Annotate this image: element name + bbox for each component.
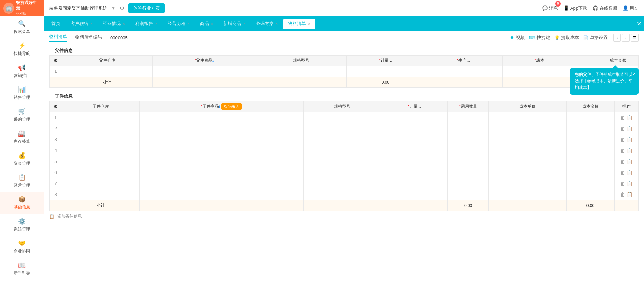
sidebar-item-system[interactable]: ⚙️系统管理 — [0, 214, 44, 236]
prev-page-btn[interactable]: ‹ — [613, 34, 621, 42]
child-amount-cell-6[interactable] — [567, 167, 615, 178]
child-qty-cell-5[interactable] — [448, 156, 489, 167]
child-unit-cost-cell-7[interactable] — [489, 178, 567, 189]
child-unit-cost-cell-4[interactable] — [489, 145, 567, 156]
app-download-item[interactable]: 📱 App下载 — [564, 5, 587, 11]
child-amount-cell-4[interactable] — [567, 145, 615, 156]
copy-icon-5[interactable]: 📋 — [627, 159, 632, 164]
delete-icon-6[interactable]: 🗑 — [620, 170, 625, 175]
sidebar-item-sales[interactable]: 📊销售管理 — [0, 82, 44, 104]
nav-tab-bomlist[interactable]: 物料清单 × — [283, 19, 315, 29]
parent-spec-cell[interactable] — [256, 66, 346, 77]
next-page-btn[interactable]: › — [622, 34, 630, 42]
copy-icon-2[interactable]: 📋 — [627, 126, 632, 131]
copy-icon-6[interactable]: 📋 — [627, 170, 632, 175]
child-settings-col[interactable]: ⚙ — [50, 101, 62, 112]
nav-tab-newgoods[interactable]: 新增商品 × — [219, 19, 250, 29]
child-goods-cell-3[interactable] — [139, 134, 303, 145]
child-goods-cell-6[interactable] — [139, 167, 303, 178]
child-warehouse-cell-5[interactable] — [62, 156, 140, 167]
tab-close-btn[interactable]: × — [123, 22, 125, 26]
sidebar-item-search[interactable]: 🔍搜索菜单 — [0, 16, 44, 38]
child-goods-cell-7[interactable] — [139, 178, 303, 189]
tab-close-btn[interactable]: × — [308, 22, 310, 26]
nav-tab-goods[interactable]: 商品 × — [195, 19, 218, 29]
sub-tab-code[interactable]: 物料清单编码 — [75, 34, 102, 42]
child-unit-cell-6[interactable] — [381, 167, 447, 178]
sidebar-item-operations[interactable]: 📋经营管理 — [0, 170, 44, 192]
delete-icon-7[interactable]: 🗑 — [620, 181, 625, 186]
child-spec-cell-2[interactable] — [303, 123, 381, 134]
child-qty-cell-8[interactable] — [448, 189, 489, 200]
child-qty-cell-2[interactable] — [448, 123, 489, 134]
child-unit-cell-5[interactable] — [381, 156, 447, 167]
child-qty-cell-6[interactable] — [448, 167, 489, 178]
child-spec-cell-7[interactable] — [303, 178, 381, 189]
child-amount-cell-2[interactable] — [567, 123, 615, 134]
menu-btn[interactable]: ☰ — [631, 34, 639, 42]
child-unit-cost-cell-2[interactable] — [489, 123, 567, 134]
child-unit-cost-cell-6[interactable] — [489, 167, 567, 178]
child-unit-cell-3[interactable] — [381, 134, 447, 145]
child-unit-cost-cell-3[interactable] — [489, 134, 567, 145]
child-spec-cell-6[interactable] — [303, 167, 381, 178]
delete-icon-5[interactable]: 🗑 — [620, 159, 625, 164]
sidebar-item-marketing[interactable]: 📢营销推广 — [0, 60, 44, 82]
child-unit-cell-2[interactable] — [381, 123, 447, 134]
child-warehouse-cell-1[interactable] — [62, 112, 140, 123]
close-all-tabs-icon[interactable]: ✕ — [637, 21, 641, 27]
child-amount-cell-5[interactable] — [567, 156, 615, 167]
nav-tab-customer[interactable]: 客户联络 × — [66, 19, 97, 29]
tab-close-btn[interactable]: × — [155, 22, 157, 26]
tab-close-btn[interactable]: × — [243, 22, 245, 26]
child-unit-cost-cell-5[interactable] — [489, 156, 567, 167]
parent-producer-cell[interactable] — [424, 66, 502, 77]
parent-cost-cell[interactable] — [502, 66, 580, 77]
nav-tab-history[interactable]: 经营历程 × — [163, 19, 194, 29]
cost-action[interactable]: 💡 提取成本 — [554, 35, 579, 41]
child-unit-cell-7[interactable] — [381, 178, 447, 189]
parent-unit-cell[interactable] — [347, 66, 424, 77]
message-item[interactable]: 💬 消息 6 — [542, 5, 558, 11]
doc-settings-action[interactable]: 📄 单据设置 — [583, 35, 608, 41]
shortcut-action[interactable]: ⌨ 快捷键 — [529, 35, 550, 41]
delete-icon-1[interactable]: 🗑 — [620, 115, 625, 120]
child-spec-cell-8[interactable] — [303, 189, 381, 200]
delete-icon-3[interactable]: 🗑 — [620, 137, 625, 142]
tab-close-btn[interactable]: × — [276, 22, 278, 26]
child-unit-cell-8[interactable] — [381, 189, 447, 200]
tab-close-btn[interactable]: × — [211, 22, 213, 26]
bottom-note[interactable]: 📋 添加备注信息 — [44, 211, 644, 221]
child-amount-cell-8[interactable] — [567, 189, 615, 200]
sidebar-item-inventory[interactable]: 🏭库存核算 — [0, 126, 44, 148]
parent-goods-cell[interactable] — [153, 66, 256, 77]
view-action[interactable]: 👁 视频 — [510, 35, 525, 41]
child-goods-cell-5[interactable] — [139, 156, 303, 167]
tab-close-btn[interactable]: × — [187, 22, 189, 26]
sidebar-item-purchase[interactable]: 🛒采购管理 — [0, 104, 44, 126]
child-qty-cell-1[interactable] — [448, 112, 489, 123]
child-warehouse-cell-7[interactable] — [62, 178, 140, 189]
child-amount-cell-7[interactable] — [567, 178, 615, 189]
tab-close-btn[interactable]: × — [90, 22, 92, 26]
child-unit-cell-1[interactable] — [381, 112, 447, 123]
child-amount-cell-1[interactable] — [567, 112, 615, 123]
child-spec-cell-4[interactable] — [303, 145, 381, 156]
child-spec-cell-1[interactable] — [303, 112, 381, 123]
child-spec-cell-3[interactable] — [303, 134, 381, 145]
child-warehouse-cell-6[interactable] — [62, 167, 140, 178]
child-warehouse-cell-2[interactable] — [62, 123, 140, 134]
child-goods-cell-8[interactable] — [139, 189, 303, 200]
tooltip-close-btn[interactable]: × — [633, 70, 636, 78]
copy-icon-7[interactable]: 📋 — [627, 181, 632, 186]
child-qty-cell-3[interactable] — [448, 134, 489, 145]
nav-tab-barcode[interactable]: 条码方案 × — [251, 19, 283, 29]
parent-settings-col[interactable]: ⚙ — [50, 56, 62, 66]
sidebar-item-quicknav[interactable]: ⚡快捷导航 — [0, 38, 44, 60]
user-item[interactable]: 👤 用友 — [623, 5, 639, 11]
settings-icon[interactable]: ⚙ — [120, 5, 124, 11]
parent-warehouse-cell[interactable] — [62, 66, 153, 77]
copy-icon-8[interactable]: 📋 — [627, 192, 632, 197]
online-service-item[interactable]: 🎧 在线客服 — [593, 5, 617, 11]
child-warehouse-cell-8[interactable] — [62, 189, 140, 200]
